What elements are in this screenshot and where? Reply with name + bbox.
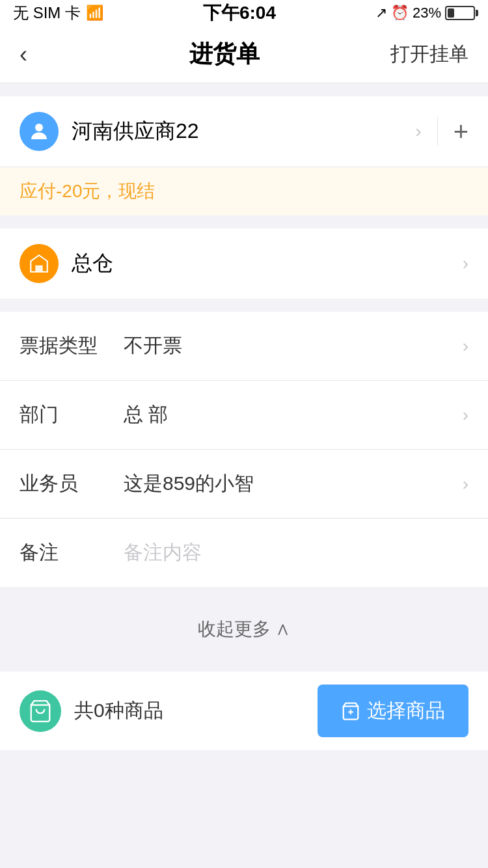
product-count: 共0种商品 (74, 698, 318, 724)
invoice-value: 不开票 (124, 332, 463, 359)
section-gap-2 (0, 215, 488, 228)
dept-value: 总 部 (124, 401, 463, 428)
staff-label: 业务员 (20, 470, 111, 497)
status-time: 下午6:04 (203, 1, 276, 25)
svg-point-0 (35, 124, 43, 131)
warehouse-row[interactable]: 总仓 › (0, 228, 488, 299)
dept-label: 部门 (20, 401, 111, 428)
battery-indicator (445, 6, 475, 20)
invoice-row[interactable]: 票据类型 不开票 › (0, 312, 488, 381)
battery-percent: 23% (413, 5, 441, 21)
staff-value: 这是859的小智 (124, 470, 463, 497)
warehouse-chevron-icon: › (463, 253, 468, 274)
status-left: 无 SIM 卡 📶 (13, 3, 103, 23)
wifi-icon: 📶 (86, 5, 103, 21)
invoice-label: 票据类型 (20, 332, 111, 359)
location-icon: ↗ (375, 5, 387, 21)
page-title: 进货单 (189, 38, 260, 70)
supplier-section: 河南供应商22 › + 应付-20元，现结 (0, 96, 488, 215)
product-icon-wrap (20, 690, 61, 732)
collapse-row[interactable]: 收起更多 ∧ (0, 600, 488, 658)
select-product-label: 选择商品 (367, 698, 445, 724)
collapse-label: 收起更多 ∧ (198, 619, 291, 639)
status-bar: 无 SIM 卡 📶 下午6:04 ↗ ⏰ 23% (0, 0, 488, 26)
back-button[interactable]: ‹ (20, 41, 59, 68)
note-input[interactable]: 备注内容 (124, 539, 468, 566)
notice-banner: 应付-20元，现结 (0, 167, 488, 215)
supplier-name: 河南供应商22 (72, 117, 415, 146)
supplier-avatar (20, 112, 59, 151)
warehouse-label: 总仓 (72, 249, 463, 278)
invoice-chevron-icon: › (463, 336, 468, 357)
supplier-divider (437, 117, 438, 146)
person-icon (27, 120, 51, 143)
section-gap-1 (0, 83, 488, 96)
supplier-chevron-icon: › (415, 121, 421, 142)
select-cart-icon (341, 701, 360, 721)
alarm-icon: ⏰ (391, 5, 409, 21)
product-bar: 共0种商品 选择商品 (0, 671, 488, 750)
svg-rect-1 (35, 265, 42, 272)
staff-row[interactable]: 业务员 这是859的小智 › (0, 450, 488, 519)
warehouse-section: 总仓 › (0, 228, 488, 299)
form-section: 票据类型 不开票 › 部门 总 部 › 业务员 这是859的小智 › 备注 备注… (0, 312, 488, 587)
notice-text: 应付-20元，现结 (20, 181, 155, 201)
no-sim-label: 无 SIM 卡 (13, 3, 81, 23)
dept-chevron-icon: › (463, 405, 468, 426)
dept-row[interactable]: 部门 总 部 › (0, 381, 488, 450)
add-button[interactable]: + (454, 118, 468, 144)
nav-bar: ‹ 进货单 打开挂单 (0, 26, 488, 83)
status-right: ↗ ⏰ 23% (375, 5, 475, 21)
cart-icon (28, 699, 53, 724)
open-pending-button[interactable]: 打开挂单 (390, 41, 468, 68)
staff-chevron-icon: › (463, 474, 468, 495)
select-product-button[interactable]: 选择商品 (318, 685, 468, 737)
note-row[interactable]: 备注 备注内容 (0, 519, 488, 587)
supplier-row[interactable]: 河南供应商22 › + (0, 96, 488, 167)
warehouse-icon-wrap (20, 244, 59, 283)
warehouse-icon (28, 252, 50, 275)
note-label: 备注 (20, 539, 111, 566)
